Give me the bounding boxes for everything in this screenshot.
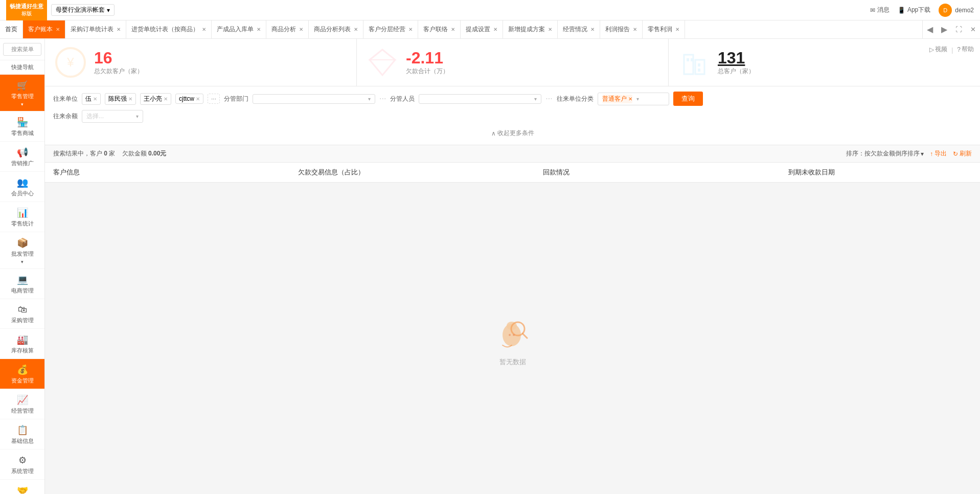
tab-scroll-right-button[interactable]: ▶	[937, 25, 951, 34]
sidebar-item-label: 批发管理	[11, 250, 34, 258]
video-button[interactable]: ▷ 视频	[929, 45, 947, 54]
close-icon[interactable]: ✕	[451, 27, 455, 32]
dept-select[interactable]: ▾	[253, 94, 375, 104]
tab-customer-segments[interactable]: 客户分层经营 ✕	[363, 20, 418, 38]
filter-tag-chenminqiang: 陈民强 ✕	[105, 93, 136, 105]
tab-business-status[interactable]: 经营情况 ✕	[558, 20, 600, 38]
sidebar-item-retail-mall[interactable]: 🏪 零售商城	[0, 111, 44, 142]
sidebar-item-enterprise-collab[interactable]: 🤝 企业协同	[0, 480, 44, 494]
close-icon[interactable]: ✕	[590, 27, 595, 32]
dept-more-button[interactable]: ···	[379, 94, 386, 103]
remove-tag-chenminqiang-button[interactable]: ✕	[128, 96, 132, 102]
balance-select[interactable]: 选择... ▾	[82, 110, 143, 123]
sidebar-item-wholesale-mgmt[interactable]: 📦 批发管理 ▾	[0, 232, 44, 269]
export-icon: ↑	[930, 150, 933, 158]
stat-credit-amount: -2.11 欠款合计（万）	[357, 39, 669, 86]
system-icon: ⚙	[18, 455, 27, 466]
content-area: ¥ 16 总欠款客户（家） -2.11 欠款合计（万）	[45, 39, 980, 494]
app-download-button[interactable]: 📱 App下载	[898, 6, 930, 14]
unit-class-select[interactable]: 普通客户 ✕ ▾	[598, 93, 669, 105]
divider: |	[951, 47, 953, 54]
tab-inbound-stats[interactable]: 进货单统计表（按商品） ✕	[126, 20, 212, 38]
message-button[interactable]: ✉ 消息	[870, 6, 890, 14]
sidebar-item-retail-stats[interactable]: 📊 零售统计	[0, 202, 44, 232]
tab-fullscreen-button[interactable]: ⛶	[951, 26, 966, 33]
close-icon[interactable]: ✕	[117, 27, 121, 32]
sidebar-item-member-center[interactable]: 👥 会员中心	[0, 172, 44, 202]
tab-retail-profit[interactable]: 零售利润 ✕	[643, 20, 685, 38]
tab-purchase-orders[interactable]: 采购订单统计表 ✕	[65, 20, 126, 38]
close-icon[interactable]: ✕	[354, 27, 358, 32]
tab-profit-report[interactable]: 利润报告 ✕	[600, 20, 643, 38]
retail-mall-icon: 🏪	[17, 117, 28, 128]
empty-state: 暂无数据	[45, 183, 980, 494]
tab-customer-contact[interactable]: 客户联络 ✕	[418, 20, 461, 38]
person-more-button[interactable]: ···	[545, 94, 552, 103]
sidebar-item-basic-info[interactable]: 📋 基础信息	[0, 419, 44, 450]
tab-production-inbound[interactable]: 产成品入库单 ✕	[212, 20, 266, 38]
currency-icon: ¥	[55, 47, 86, 78]
tab-home[interactable]: 首页	[0, 20, 23, 38]
close-icon[interactable]: ✕	[493, 27, 497, 32]
user-area[interactable]: D demo2	[939, 4, 974, 17]
query-button[interactable]: 查询	[673, 92, 703, 106]
tab-goods-analysis[interactable]: 商品分析 ✕	[266, 20, 309, 38]
tab-new-improve-plan[interactable]: 新增提成方案 ✕	[503, 20, 558, 38]
filter-row-1: 往来单位 伍 ✕ 陈民强 ✕ 王小亮 ✕ cjttcw ✕	[53, 92, 972, 106]
tab-goods-analysis-list[interactable]: 商品分析列表 ✕	[309, 20, 363, 38]
remove-tag-wu-button[interactable]: ✕	[93, 96, 97, 102]
sidebar-item-label: 会员中心	[11, 190, 34, 197]
sidebar-item-marketing[interactable]: 📢 营销推广	[0, 142, 44, 172]
chevron-down-icon: ▾	[368, 96, 371, 102]
svg-point-15	[513, 334, 515, 336]
sidebar-item-system-mgmt[interactable]: ⚙ 系统管理	[0, 450, 44, 480]
sidebar-item-retail-mgmt[interactable]: 🛒 零售管理 ▾	[0, 75, 44, 111]
tab-scroll-left-button[interactable]: ◀	[923, 25, 937, 34]
purchase-icon: 🛍	[18, 304, 27, 315]
remove-unit-class-tag-button[interactable]: ✕	[628, 96, 632, 102]
export-button[interactable]: ↑ 导出	[930, 149, 947, 158]
person-select[interactable]: ▾	[419, 94, 541, 104]
tab-accounts[interactable]: 客户账本 ✕	[23, 20, 65, 38]
help-icon: ?	[957, 46, 961, 53]
close-icon[interactable]: ✕	[633, 27, 637, 32]
empty-text: 暂无数据	[499, 357, 526, 367]
sidebar-item-inventory[interactable]: 🏭 库存核算	[0, 329, 44, 359]
filter-row-2: 往来余额 选择... ▾	[53, 110, 972, 123]
close-icon[interactable]: ✕	[548, 27, 552, 32]
remove-tag-cjttcw-button[interactable]: ✕	[196, 96, 200, 102]
help-button[interactable]: ? 帮助	[957, 45, 974, 54]
sort-button[interactable]: 排序：按欠款金额倒序排序 ▾	[846, 149, 924, 158]
person-filter-label: 分管人员	[390, 95, 415, 103]
sidebar-item-ecommerce[interactable]: 💻 电商管理	[0, 269, 44, 299]
table-header: 客户信息 欠款交易信息（占比） 回款情况 到期未收款日期	[45, 163, 980, 183]
remove-tag-wangxiaoliang-button[interactable]: ✕	[164, 96, 168, 102]
close-icon[interactable]: ✕	[675, 27, 679, 32]
close-icon[interactable]: ✕	[202, 27, 206, 32]
sidebar-quick-nav-button[interactable]: 快捷导航	[0, 60, 44, 75]
logo-line1: 畅捷通好生意	[10, 3, 43, 10]
close-icon[interactable]: ✕	[56, 27, 60, 32]
close-icon[interactable]: ✕	[257, 27, 261, 32]
tab-close-all-button[interactable]: ✕	[966, 26, 980, 33]
chevron-down-icon: ▾	[21, 102, 24, 107]
tab-improve-settings[interactable]: 提成设置 ✕	[461, 20, 503, 38]
top-bar: 畅捷通好生意 标版 母婴行业演示帐套 ▾ ✉ 消息 📱 App下载 D demo…	[0, 0, 980, 20]
collapse-filters-button[interactable]: ∧ 收起更多条件	[491, 129, 534, 138]
nav-tabs: 首页 客户账本 ✕ 采购订单统计表 ✕ 进货单统计表（按商品） ✕ 产成品入库单…	[0, 20, 980, 39]
wholesale-icon: 📦	[17, 237, 28, 249]
logo-line2: 标版	[21, 10, 32, 17]
sidebar-item-purchase-mgmt[interactable]: 🛍 采购管理	[0, 299, 44, 329]
close-icon[interactable]: ✕	[408, 27, 413, 32]
sidebar-item-operation-mgmt[interactable]: 📈 经营管理	[0, 389, 44, 419]
diamond-icon	[367, 47, 398, 78]
search-menu-button[interactable]: 搜索菜单	[3, 43, 41, 56]
close-icon[interactable]: ✕	[299, 27, 303, 32]
refresh-button[interactable]: ↻ 刷新	[953, 149, 972, 158]
top-bar-left: 畅捷通好生意 标版 母婴行业演示帐套 ▾	[6, 0, 115, 20]
sidebar-item-label: 库存核算	[11, 347, 34, 354]
sidebar-item-finance-mgmt[interactable]: 💰 资金管理	[0, 359, 44, 389]
credit-amount-value: -2.11	[406, 50, 449, 66]
add-more-units-button[interactable]: ···	[208, 94, 220, 104]
account-selector[interactable]: 母婴行业演示帐套 ▾	[51, 4, 115, 16]
